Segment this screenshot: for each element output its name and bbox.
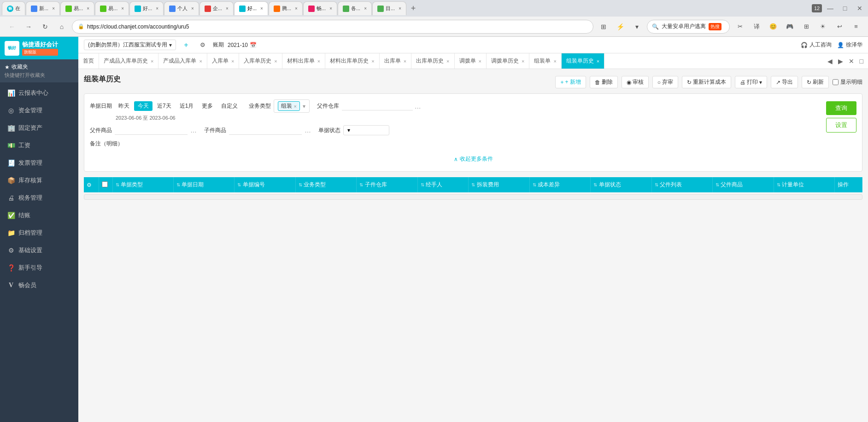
audit-button[interactable]: ◉ 审核 bbox=[622, 76, 649, 88]
tab-close-4[interactable]: × bbox=[121, 6, 124, 11]
user-info[interactable]: 👤 徐泽华 bbox=[837, 41, 862, 49]
tabs-close-current[interactable]: ✕ bbox=[847, 57, 856, 66]
child-goods-more[interactable]: … bbox=[305, 127, 311, 134]
parent-goods-more[interactable]: … bbox=[190, 127, 197, 134]
tab-close-9[interactable]: × bbox=[295, 6, 298, 11]
th-child-warehouse[interactable]: ⇅ 子件仓库 bbox=[357, 177, 417, 192]
browser-tab-12[interactable]: 目... × bbox=[372, 1, 406, 15]
tab-stock-in[interactable]: 入库单 × bbox=[207, 53, 239, 69]
week-btn[interactable]: 近7天 bbox=[153, 101, 175, 111]
new-tab-button[interactable]: + bbox=[407, 2, 420, 15]
browser-tab-9[interactable]: 腾... × bbox=[269, 1, 303, 15]
tab-close-7[interactable]: × bbox=[226, 6, 229, 11]
month-btn[interactable]: 近1月 bbox=[176, 101, 198, 111]
undo-button[interactable]: ↩ bbox=[833, 20, 846, 33]
browser-tab-5[interactable]: 好... × bbox=[129, 1, 164, 15]
tab-dispatch-close[interactable]: × bbox=[479, 58, 481, 64]
sidebar-item-cloud-report[interactable]: 📊 云报表中心 bbox=[0, 84, 78, 102]
print-button[interactable]: 🖨 打印 ▾ bbox=[735, 76, 767, 88]
sidebar-item-salary[interactable]: 💵 工资 bbox=[0, 137, 78, 154]
collapse-button[interactable]: ∧ 收起更多条件 bbox=[90, 152, 856, 166]
biz-type-tag-remove[interactable]: × bbox=[293, 104, 296, 109]
search-bar[interactable]: 🔍 大量安卓用户逃离 热搜 bbox=[647, 20, 730, 34]
tab-out-hist[interactable]: 出库单历史 × bbox=[411, 53, 454, 69]
tab-prod-in[interactable]: 产成品入库单 × bbox=[158, 53, 207, 69]
sidebar-item-fund[interactable]: ◎ 资金管理 bbox=[0, 102, 78, 119]
th-cost-diff[interactable]: ⇅ 成本差异 bbox=[529, 177, 590, 192]
refresh-button[interactable]: ↻ 刷新 bbox=[802, 76, 829, 88]
grid-button[interactable]: ⊞ bbox=[800, 20, 813, 33]
sidebar-item-fixed-asset[interactable]: 🏢 固定资产 bbox=[0, 119, 78, 137]
child-goods-input[interactable] bbox=[229, 126, 302, 135]
tab-stock-in-close[interactable]: × bbox=[231, 58, 234, 64]
emoji-button[interactable]: 😊 bbox=[767, 20, 780, 33]
tab-mat-out-hist[interactable]: 材料出库单历史 × bbox=[325, 53, 379, 69]
tab-close-6[interactable]: × bbox=[191, 6, 194, 11]
th-disassemble-fee[interactable]: ⇅ 拆装费用 bbox=[469, 177, 529, 192]
export-button[interactable]: ↗ 导出 bbox=[771, 76, 798, 88]
lightning-button[interactable]: ⚡ bbox=[614, 20, 627, 33]
add-button[interactable]: + + 新增 bbox=[555, 76, 586, 88]
bookmarks-button[interactable]: ⊞ bbox=[597, 20, 610, 33]
browser-tab-10[interactable]: 畅... × bbox=[303, 1, 337, 15]
th-biz-type[interactable]: ⇅ 业务类型 bbox=[295, 177, 356, 192]
tab-close-10[interactable]: × bbox=[329, 6, 332, 11]
sidebar-item-settlement[interactable]: ✅ 结账 bbox=[0, 207, 78, 224]
menu-button[interactable]: ≡ bbox=[850, 20, 862, 33]
tab-stock-in-hist[interactable]: 入库单历史 × bbox=[239, 53, 282, 69]
close-window-button[interactable]: ✕ bbox=[853, 2, 866, 15]
browser-tab-4[interactable]: 易... × bbox=[95, 1, 129, 15]
tab-close-5[interactable]: × bbox=[156, 6, 158, 11]
tab-close-11[interactable]: × bbox=[364, 6, 367, 11]
th-type[interactable]: ⇅ 单据类型 bbox=[112, 177, 173, 192]
more-btn[interactable]: 更多 bbox=[198, 101, 217, 111]
tab-mat-out-close[interactable]: × bbox=[317, 58, 320, 64]
expand-button[interactable]: ▾ bbox=[630, 20, 643, 33]
back-button[interactable]: ← bbox=[6, 20, 18, 33]
tab-assemble-hist-close[interactable]: × bbox=[597, 58, 599, 64]
translate-button[interactable]: 译 bbox=[750, 20, 763, 33]
company-selector[interactable]: (勿删勿禁用）江西服宝测试专用 ▾ bbox=[84, 40, 176, 50]
tab-dispatch[interactable]: 调拨单 × bbox=[455, 53, 487, 69]
th-handler[interactable]: ⇅ 经手人 bbox=[417, 177, 468, 192]
th-parent-list[interactable]: ⇅ 父件列表 bbox=[651, 177, 712, 192]
parent-warehouse-input[interactable] bbox=[342, 102, 413, 110]
tab-prod-in-close[interactable]: × bbox=[199, 58, 202, 64]
service-button[interactable]: 🎧 人工咨询 bbox=[801, 41, 832, 49]
tab-close-8[interactable]: × bbox=[260, 6, 263, 11]
delete-button[interactable]: 🗑 删除 bbox=[590, 76, 618, 88]
maximize-button[interactable]: □ bbox=[839, 2, 851, 15]
tab-assemble-hist[interactable]: 组装单历史 × bbox=[562, 53, 604, 69]
browser-tab-3[interactable]: 易... × bbox=[60, 1, 94, 15]
tabs-more-actions[interactable]: □ bbox=[858, 57, 865, 66]
recalc-button[interactable]: ↻ 重新计算成本 bbox=[682, 76, 731, 88]
add-company-button[interactable]: + bbox=[180, 39, 193, 52]
th-number[interactable]: ⇅ 单据编号 bbox=[235, 177, 295, 192]
show-detail-input[interactable] bbox=[833, 79, 839, 85]
tab-stock-in-hist-close[interactable]: × bbox=[274, 58, 277, 64]
th-bill-status[interactable]: ⇅ 单据状态 bbox=[591, 177, 651, 192]
custom-btn[interactable]: 自定义 bbox=[217, 101, 241, 111]
tab-close-2[interactable]: × bbox=[52, 6, 55, 11]
tab-dispatch-hist-close[interactable]: × bbox=[522, 58, 524, 64]
tab-close-12[interactable]: × bbox=[399, 6, 401, 11]
yesterday-btn[interactable]: 昨天 bbox=[115, 101, 133, 111]
tab-dispatch-hist[interactable]: 调拨单历史 × bbox=[487, 53, 529, 69]
abandon-button[interactable]: ○ 弃审 bbox=[652, 76, 678, 88]
th-parent-goods[interactable]: ⇅ 父件商品 bbox=[713, 177, 774, 192]
tab-assemble[interactable]: 组装单 × bbox=[529, 53, 561, 69]
theme-button[interactable]: ☀ bbox=[816, 20, 829, 33]
show-detail-checkbox[interactable]: 显示明细 bbox=[833, 78, 862, 86]
tab-home[interactable]: 首页 bbox=[78, 53, 99, 69]
tab-assemble-close[interactable]: × bbox=[553, 58, 556, 64]
company-settings-icon[interactable]: ⚙ bbox=[196, 39, 209, 52]
url-input[interactable]: 🔒 https://cloud.chanjet.com/accounting/u… bbox=[72, 20, 593, 34]
table-settings-header[interactable]: ⚙ bbox=[84, 177, 99, 192]
scissors-icon[interactable]: ✂ bbox=[733, 20, 746, 33]
tab-count-badge[interactable]: 12 bbox=[812, 4, 822, 12]
tab-mat-out-hist-close[interactable]: × bbox=[371, 58, 374, 64]
browser-tab-11[interactable]: 各... × bbox=[338, 1, 372, 15]
tabs-scroll-left[interactable]: ◀ bbox=[826, 57, 834, 66]
tab-prod-in-hist-close[interactable]: × bbox=[151, 58, 153, 64]
bill-status-select[interactable]: ▾ bbox=[343, 125, 389, 135]
